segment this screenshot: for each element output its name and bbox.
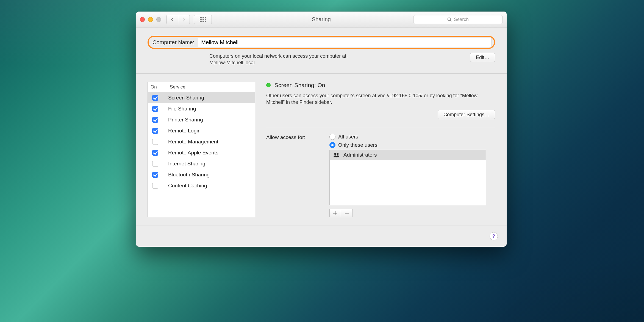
computer-name-label: Computer Name: [151, 39, 194, 46]
status-indicator-icon [266, 83, 271, 87]
service-row[interactable]: Remote Management [148, 136, 255, 147]
services-body: Screen SharingFile SharingPrinter Sharin… [148, 92, 255, 191]
svg-rect-8 [200, 21, 201, 22]
service-checkbox-cell [148, 150, 167, 156]
service-name: File Sharing [167, 106, 255, 112]
svg-rect-0 [200, 17, 201, 18]
divider [266, 127, 495, 127]
help-button[interactable]: ? [490, 232, 498, 240]
user-row[interactable]: Administrators [330, 150, 486, 160]
services-header: On Service [148, 82, 255, 92]
minimize-window-button[interactable] [148, 17, 153, 22]
service-row[interactable]: Content Caching [148, 180, 255, 191]
remove-user-button[interactable] [341, 209, 352, 217]
users-group-icon [334, 152, 340, 157]
zoom-window-button[interactable] [156, 17, 161, 22]
computer-name-input[interactable] [198, 38, 492, 47]
user-name: Administrators [343, 152, 377, 158]
search-icon [447, 17, 452, 22]
edit-hostname-button[interactable]: Edit… [470, 53, 495, 62]
service-checkbox[interactable] [152, 139, 158, 145]
user-add-remove [329, 209, 495, 217]
service-checkbox[interactable] [152, 161, 158, 167]
service-checkbox-cell [148, 161, 167, 167]
service-name: Remote Management [167, 139, 255, 145]
service-checkbox[interactable] [152, 128, 158, 134]
service-description: Other users can access your computer's s… [266, 92, 494, 106]
service-row[interactable]: File Sharing [148, 103, 255, 114]
service-checkbox[interactable] [152, 117, 158, 123]
service-row[interactable]: Screen Sharing [148, 92, 255, 103]
plus-icon [333, 211, 337, 215]
minus-icon [345, 211, 349, 215]
service-checkbox-cell [148, 183, 167, 189]
forward-button[interactable] [178, 15, 190, 24]
back-button[interactable] [166, 15, 178, 24]
service-checkbox-cell [148, 95, 167, 101]
service-row[interactable]: Remote Apple Events [148, 147, 255, 158]
window-controls [140, 17, 161, 22]
service-name: Screen Sharing [167, 95, 255, 101]
service-checkbox[interactable] [152, 172, 158, 178]
service-name: Content Caching [167, 183, 255, 189]
status-row: Screen Sharing: On [266, 82, 495, 88]
computer-settings-button[interactable]: Computer Settings… [438, 110, 495, 119]
service-row[interactable]: Remote Login [148, 125, 255, 136]
sharing-main: On Service Screen SharingFile SharingPri… [136, 74, 507, 226]
svg-rect-4 [200, 19, 201, 20]
computer-name-section: Computer Name: Computers on your local n… [136, 27, 507, 74]
add-user-button[interactable] [329, 209, 341, 217]
service-checkbox[interactable] [152, 150, 158, 156]
column-on: On [148, 82, 167, 92]
svg-rect-16 [345, 213, 349, 213]
service-checkbox-cell [148, 128, 167, 134]
service-name: Remote Apple Events [167, 150, 255, 156]
svg-rect-11 [205, 21, 206, 22]
search-placeholder: Search [454, 17, 469, 22]
service-checkbox-cell [148, 106, 167, 112]
service-checkbox[interactable] [152, 183, 158, 189]
chevron-right-icon [182, 18, 186, 21]
allowed-users-list: Administrators [329, 150, 486, 205]
service-name: Remote Login [167, 128, 255, 134]
radio-all-users-row[interactable]: All users [329, 134, 495, 140]
network-address-note: Computers on your local network can acce… [209, 53, 348, 66]
svg-rect-1 [201, 17, 202, 18]
service-detail: Screen Sharing: On Other users can acces… [266, 82, 495, 218]
svg-rect-5 [201, 19, 202, 20]
search-field[interactable]: Search [413, 15, 503, 24]
svg-rect-3 [205, 17, 206, 18]
service-checkbox[interactable] [152, 95, 158, 101]
svg-rect-9 [201, 21, 202, 22]
svg-point-14 [334, 153, 336, 155]
computer-name-highlight: Computer Name: [148, 36, 495, 49]
svg-rect-6 [203, 19, 204, 20]
radio-only-these-label: Only these users: [338, 142, 379, 148]
service-name: Bluetooth Sharing [167, 172, 255, 178]
column-service: Service [167, 82, 255, 92]
svg-rect-2 [203, 17, 204, 18]
titlebar: Sharing Search [136, 12, 507, 27]
users-empty-area [330, 160, 486, 205]
svg-line-13 [450, 20, 452, 21]
service-row[interactable]: Printer Sharing [148, 114, 255, 125]
status-title: Screen Sharing: On [274, 82, 325, 88]
svg-rect-7 [205, 19, 206, 20]
service-row[interactable]: Bluetooth Sharing [148, 169, 255, 180]
show-all-button[interactable] [194, 15, 212, 24]
show-all-segment [194, 15, 212, 24]
allow-access-label: Allow access for: [266, 134, 327, 140]
chevron-left-icon [171, 18, 174, 21]
svg-point-12 [448, 18, 451, 20]
radio-only-these-users[interactable] [329, 142, 335, 148]
sharing-preferences-window: Sharing Search Computer Name: Computers … [136, 12, 507, 247]
grid-icon [200, 17, 206, 22]
service-checkbox[interactable] [152, 106, 158, 112]
service-checkbox-cell [148, 117, 167, 123]
radio-only-these-row[interactable]: Only these users: [329, 142, 495, 148]
radio-all-users[interactable] [329, 134, 335, 140]
service-checkbox-cell [148, 172, 167, 178]
radio-all-users-label: All users [338, 134, 358, 140]
close-window-button[interactable] [140, 17, 145, 22]
service-row[interactable]: Internet Sharing [148, 158, 255, 169]
